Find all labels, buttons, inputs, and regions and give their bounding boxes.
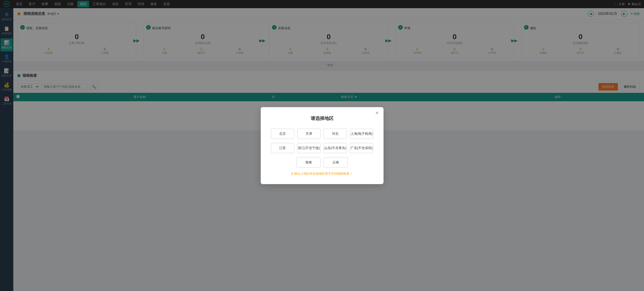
region-btn-shanghai[interactable]: 上海(电子税局) bbox=[350, 129, 373, 139]
modal-title: 请选择地区 bbox=[271, 115, 373, 121]
region-btn-beijing[interactable]: 北京 bbox=[271, 129, 294, 139]
warning-text: 除以上地区外其他地区暂不支持报税检查！ bbox=[294, 172, 353, 176]
region-btn-tianjin[interactable]: 天津 bbox=[297, 129, 321, 139]
region-btn-hainan[interactable]: 海南 bbox=[297, 157, 321, 167]
region-btn-shandong[interactable]: 山东(不含青岛) bbox=[324, 143, 347, 153]
region-btn-guangdong[interactable]: 广东(不含深圳) bbox=[350, 143, 373, 153]
region-btn-yunnan[interactable]: 云南 bbox=[324, 157, 348, 167]
region-grid-row1: 北京 天津 河北 上海(电子税局) bbox=[271, 129, 373, 139]
region-grid-row2: 江苏 浙江(不含宁波) 山东(不含青岛) 广东(不含深圳) bbox=[271, 143, 373, 153]
region-btn-zhejiang[interactable]: 浙江(不含宁波) bbox=[297, 143, 321, 153]
region-select-modal: ✕ 请选择地区 北京 天津 河北 上海(电子税局) 江苏 浙江(不含宁波) 山东… bbox=[261, 107, 384, 184]
modal-warning: ℹ 除以上地区外其他地区暂不支持报税检查！ bbox=[271, 172, 373, 176]
warning-icon: ℹ bbox=[291, 172, 293, 176]
region-btn-jiangsu[interactable]: 江苏 bbox=[271, 143, 294, 153]
region-btn-hebei[interactable]: 河北 bbox=[324, 129, 347, 139]
modal-overlay[interactable]: ✕ 请选择地区 北京 天津 河北 上海(电子税局) 江苏 浙江(不含宁波) 山东… bbox=[0, 0, 644, 291]
region-grid-row3: 海南 云南 bbox=[271, 157, 373, 167]
modal-close-button[interactable]: ✕ bbox=[375, 111, 379, 115]
